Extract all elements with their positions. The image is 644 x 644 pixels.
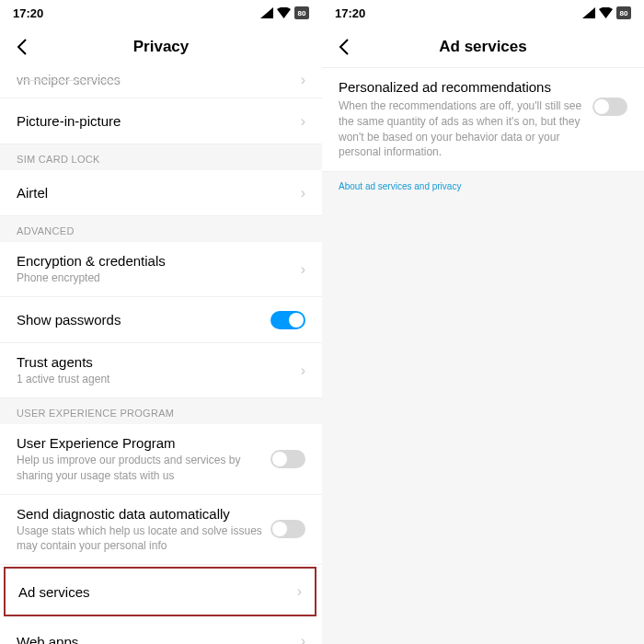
row-ux-program[interactable]: User Experience Program Help us improve … — [0, 424, 322, 494]
row-label: Picture-in-picture — [17, 113, 301, 129]
link-about-ad-services[interactable]: About ad services and privacy — [322, 172, 644, 201]
row-picture-in-picture[interactable]: Picture-in-picture › — [0, 98, 322, 144]
page-title: Privacy — [133, 38, 190, 56]
row-personalized-ads[interactable]: Personalized ad recommendations When the… — [322, 68, 644, 172]
row-web-apps[interactable]: Web apps › — [0, 618, 322, 644]
toggle-personalized-ads[interactable] — [592, 98, 627, 116]
content: Personalized ad recommendations When the… — [322, 68, 644, 644]
toggle-ux-program[interactable] — [270, 450, 305, 468]
chevron-right-icon: › — [301, 261, 305, 278]
row-show-passwords[interactable]: Show passwords — [0, 297, 322, 343]
chevron-right-icon: › — [297, 583, 302, 600]
page-title: Ad services — [439, 38, 526, 56]
chevron-right-icon: › — [301, 72, 305, 88]
row-label: Trust agents — [17, 354, 301, 370]
battery-icon: 80 — [294, 6, 309, 19]
toggle-diagnostic[interactable] — [270, 520, 305, 538]
chevron-right-icon: › — [301, 185, 305, 201]
row-label: Show passwords — [17, 312, 270, 328]
status-bar: 17:20 80 — [0, 0, 322, 26]
row-airtel[interactable]: Airtel › — [0, 170, 322, 216]
row-sublabel: Phone encrypted — [17, 270, 301, 285]
row-diagnostic[interactable]: Send diagnostic data automatically Usage… — [0, 495, 322, 565]
status-icons: 80 — [582, 6, 631, 19]
row-sublabel: Usage stats which help us locate and sol… — [17, 523, 270, 553]
wifi-icon — [277, 7, 291, 18]
signal-icon — [582, 7, 595, 18]
status-bar: 17:20 80 — [322, 0, 644, 26]
chevron-left-icon — [17, 39, 28, 55]
clock: 17:20 — [335, 6, 365, 20]
wifi-icon — [599, 7, 613, 18]
section-ux-program: USER EXPERIENCE PROGRAM — [0, 398, 322, 424]
row-ad-services[interactable]: Ad services › — [6, 569, 315, 615]
row-sublabel: When the recommendations are off, you'll… — [339, 98, 592, 160]
row-label: Airtel — [17, 185, 301, 201]
chevron-right-icon: › — [301, 362, 305, 379]
back-button[interactable] — [331, 34, 357, 60]
chevron-left-icon — [339, 39, 350, 55]
chevron-right-icon: › — [301, 113, 305, 130]
row-label: Web apps — [17, 634, 301, 644]
toggle-show-passwords[interactable] — [270, 311, 305, 329]
settings-list: vn neiper services › Picture-in-picture … — [0, 68, 322, 644]
back-button[interactable] — [9, 34, 35, 60]
status-icons: 80 — [260, 6, 309, 19]
section-advanced: ADVANCED — [0, 216, 322, 242]
section-sim-card-lock: SIM CARD LOCK — [0, 144, 322, 170]
row-encryption[interactable]: Encryption & credentials Phone encrypted… — [0, 242, 322, 297]
row-label: Send diagnostic data automatically — [17, 506, 270, 522]
privacy-screen: 17:20 80 Privacy vn neiper services › Pi… — [0, 0, 322, 644]
header: Privacy — [0, 26, 322, 68]
chevron-right-icon: › — [301, 633, 305, 644]
row-label: Ad services — [18, 584, 297, 600]
row-sublabel: Help us improve our products and service… — [17, 453, 270, 482]
row-partial-top[interactable]: vn neiper services › — [0, 68, 322, 98]
row-label: Encryption & credentials — [17, 253, 301, 269]
row-sublabel: 1 active trust agent — [17, 372, 301, 386]
ad-services-screen: 17:20 80 Ad services Personalized ad rec… — [322, 0, 644, 644]
highlight-ad-services: Ad services › — [4, 567, 316, 616]
row-label: User Experience Program — [17, 435, 270, 451]
row-label: vn neiper services — [17, 73, 301, 87]
signal-icon — [260, 7, 273, 18]
header: Ad services — [322, 26, 644, 68]
row-label: Personalized ad recommendations — [339, 79, 592, 95]
clock: 17:20 — [13, 6, 43, 20]
battery-icon: 80 — [616, 6, 631, 19]
row-trust-agents[interactable]: Trust agents 1 active trust agent › — [0, 343, 322, 398]
